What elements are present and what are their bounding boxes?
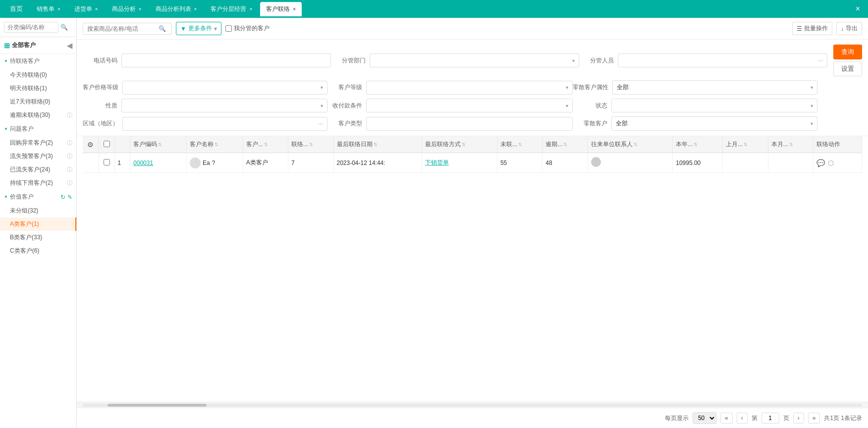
page-number-input[interactable] — [761, 413, 779, 424]
nature-dropdown[interactable]: ▾ — [121, 99, 327, 112]
close-segment-tab[interactable]: × — [249, 6, 252, 12]
sort-this-month[interactable]: ⇅ — [789, 142, 793, 147]
row-checkbox[interactable] — [104, 159, 110, 165]
col-action-label: 联络动作 — [816, 140, 840, 149]
sidebar-item-overdue[interactable]: 逾期未联络(30) ⓘ — [0, 108, 76, 122]
price-grade-dropdown[interactable]: ▾ — [122, 81, 327, 95]
sidebar-item-b-class[interactable]: B类客户(33) — [0, 231, 76, 244]
close-analysis-list-tab[interactable]: × — [194, 6, 197, 12]
batch-operation-button[interactable]: ☰ 批量操作 — [792, 22, 832, 35]
payment-dropdown[interactable]: ▾ — [366, 99, 572, 112]
scrollbar-track[interactable] — [83, 404, 862, 407]
close-contact-tab[interactable]: × — [293, 6, 296, 12]
sort-last-month[interactable]: ⇅ — [744, 142, 748, 147]
row-check — [99, 153, 114, 173]
query-button[interactable]: 查询 — [833, 45, 862, 59]
nav-tab-sales[interactable]: 销售单 × — [31, 2, 66, 16]
dept-label: 分管部门 — [331, 56, 366, 65]
batch-btn-label: 批量操作 — [804, 24, 828, 33]
close-purchase-tab[interactable]: × — [95, 6, 98, 12]
manager-input[interactable]: ··· — [618, 54, 827, 67]
sort-no-contact[interactable]: ⇅ — [518, 142, 522, 147]
close-sales-tab[interactable]: × — [57, 6, 60, 12]
customer-grade-dropdown[interactable]: ▾ — [366, 81, 572, 95]
select-all-checkbox[interactable] — [104, 141, 110, 147]
payment-arrow: ▾ — [566, 103, 568, 108]
sidebar-search-input[interactable] — [4, 22, 58, 33]
sidebar-item-churned[interactable]: 已流失客户(24) ⓘ — [0, 163, 76, 176]
retail-attr-dropdown[interactable]: 全部 ▾ — [612, 80, 817, 95]
first-page-button[interactable]: « — [720, 413, 733, 424]
sidebar-search-icon[interactable]: 🔍 — [60, 24, 68, 31]
sidebar-item-repurchase-abnormal[interactable]: 回购异常客户(2) ⓘ — [0, 136, 76, 150]
sort-contact[interactable]: ⇅ — [309, 142, 313, 147]
phone-input[interactable] — [121, 54, 331, 67]
sort-code[interactable]: ⇅ — [158, 142, 162, 147]
retail-customer-dropdown[interactable]: 全部 ▾ — [611, 116, 817, 131]
sidebar-collapse-btn[interactable]: ◀ — [67, 42, 72, 50]
prev-page-button[interactable]: ‹ — [737, 413, 748, 424]
sidebar-item-today[interactable]: 今天待联络(0) — [0, 68, 76, 82]
sort-name[interactable]: ⇅ — [215, 142, 218, 147]
customer-type-input[interactable] — [366, 117, 572, 131]
sort-overdue[interactable]: ⇅ — [563, 142, 567, 147]
table-settings-icon[interactable]: ⚙ — [87, 141, 94, 149]
col-contact-label: 联络... — [291, 140, 308, 149]
nav-tab-customer-contact[interactable]: 客户联络 × — [260, 2, 302, 16]
sidebar-item-ungrouped[interactable]: 未分组(32) — [0, 204, 76, 217]
pending-triangle: ▼ — [4, 59, 8, 63]
status-dropdown[interactable]: ▾ — [611, 99, 817, 112]
my-customer-checkbox-area[interactable]: 我分管的客户 — [225, 24, 270, 33]
col-customer-type: 客户...⇅ — [243, 136, 288, 153]
toolbar-search-input[interactable] — [87, 25, 157, 32]
col-name: 客户名称⇅ — [186, 136, 243, 153]
unit-contact-avatar — [591, 157, 601, 167]
toolbar-search-box[interactable]: 🔍 — [83, 23, 172, 35]
customer-code-link[interactable]: 000031 — [133, 160, 153, 166]
sidebar-item-7days[interactable]: 近7天待联络(0) — [0, 95, 76, 108]
nav-tab-customer-segment[interactable]: 客户分层经营 × — [205, 2, 258, 16]
region-input[interactable]: ··· — [122, 117, 327, 131]
sort-date[interactable]: ⇅ — [374, 142, 378, 147]
sort-unit[interactable]: ⇅ — [634, 142, 638, 147]
more-filter-button[interactable]: ▼ 更多条件 ▾ — [176, 22, 221, 35]
last-page-button[interactable]: » — [808, 413, 820, 424]
action-message-icon[interactable]: 💬 — [816, 159, 825, 167]
all-customers-label[interactable]: 全部客户 — [12, 41, 36, 50]
next-page-button[interactable]: › — [793, 413, 804, 424]
sidebar-item-churn-warning[interactable]: 流失预警客户(3) ⓘ — [0, 150, 76, 163]
horizontal-scrollbar[interactable] — [77, 402, 868, 408]
filter-cell-retail-customer: 零散客户 全部 ▾ — [573, 116, 817, 131]
action-connect-icon[interactable]: ⬡ — [828, 159, 834, 167]
nav-tab-purchase[interactable]: 进货单 × — [68, 2, 104, 16]
dept-dropdown[interactable]: ▾ — [370, 54, 579, 67]
value-section-label[interactable]: 价值客户 — [10, 193, 34, 201]
sort-type[interactable]: ⇅ — [264, 142, 268, 147]
sort-year[interactable]: ⇅ — [694, 142, 698, 147]
scrollbar-thumb[interactable] — [108, 404, 207, 407]
value-refresh-icon[interactable]: ↻ — [60, 194, 65, 201]
sidebar-item-declining[interactable]: 持续下滑客户(2) ⓘ — [0, 176, 76, 190]
sidebar-item-a-class[interactable]: A类客户(1) — [0, 217, 76, 231]
content-area: 🔍 ▼ 更多条件 ▾ 我分管的客户 ☰ 批量操作 ↓ 导出 — [77, 18, 868, 428]
table-row: 1 000031 Ea ? A类客户 7 — [83, 153, 862, 173]
sidebar-item-c-class[interactable]: C类客户(6) — [0, 244, 76, 258]
filter-cell-dept: 分管部门 ▾ — [331, 54, 579, 67]
my-customer-checkbox[interactable] — [225, 25, 232, 32]
problem-section-title[interactable]: ▼ 问题客户 — [0, 122, 76, 136]
contact-method-link[interactable]: 下销货单 — [425, 159, 449, 166]
value-edit-icon[interactable]: ✎ — [67, 194, 72, 201]
sort-method[interactable]: ⇅ — [462, 142, 466, 147]
value-section-header: ▼ 价值客户 ↻ ✎ — [0, 190, 76, 204]
sidebar-item-tomorrow[interactable]: 明天待联络(1) — [0, 82, 76, 95]
window-close-button[interactable]: × — [852, 2, 864, 15]
settings-button[interactable]: 设置 — [833, 61, 862, 76]
nav-home[interactable]: 首页 — [4, 1, 29, 16]
col-seq — [114, 136, 130, 153]
export-button[interactable]: ↓ 导出 — [836, 22, 862, 35]
page-size-select[interactable]: 50 — [693, 412, 716, 424]
pending-section-title[interactable]: ▼ 待联络客户 — [0, 54, 76, 68]
nav-tab-analysis-list[interactable]: 商品分析列表 × — [150, 2, 203, 16]
nav-tab-analysis[interactable]: 商品分析 × — [106, 2, 148, 16]
close-analysis-tab[interactable]: × — [139, 6, 142, 12]
